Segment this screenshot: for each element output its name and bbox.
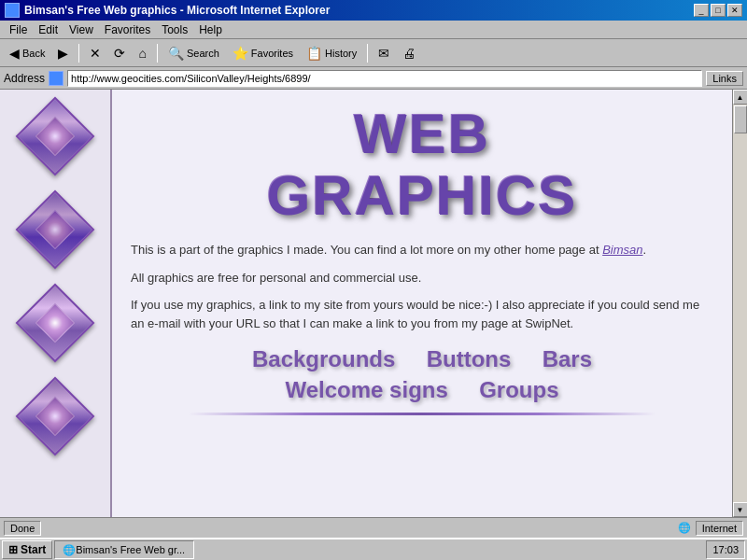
window-title: Bimsan's Free Web graphics - Microsoft I… [24, 4, 330, 17]
start-button[interactable]: ⊞ Start [2, 540, 52, 559]
diamond-3 [18, 286, 92, 360]
nav-groups[interactable]: Groups [479, 377, 558, 403]
content-area: WEB GRAPHICS This is a part of the graph… [0, 90, 747, 517]
history-icon: 📋 [306, 46, 322, 61]
separator-2 [157, 44, 158, 63]
paragraph3: If you use my graphics, a link to my sit… [131, 296, 713, 332]
paragraph2: All graphics are free for personal and c… [131, 269, 713, 287]
stop-icon: ✕ [90, 46, 101, 61]
search-icon: 🔍 [168, 46, 184, 61]
menu-bar: File Edit View Favorites Tools Help [0, 21, 747, 39]
close-button[interactable]: ✕ [727, 4, 742, 17]
scrollbar-right: ▲ ▼ [732, 90, 747, 517]
scroll-track[interactable] [733, 105, 748, 502]
clock: 17:03 [712, 544, 739, 555]
minimize-button[interactable]: _ [694, 4, 709, 17]
refresh-icon: ⟳ [114, 46, 125, 61]
diamond-1 [18, 99, 92, 174]
menu-view[interactable]: View [63, 21, 99, 38]
nav-links: Backgrounds Buttons Bars Welcome signs G… [131, 346, 713, 403]
home-icon: ⌂ [138, 46, 146, 61]
nav-buttons[interactable]: Buttons [427, 346, 512, 372]
window-controls: _ □ ✕ [694, 4, 742, 17]
favorites-icon: ⭐ [233, 46, 248, 61]
page-content: WEB GRAPHICS This is a part of the graph… [112, 90, 732, 517]
menu-tools[interactable]: Tools [156, 21, 193, 38]
address-label: Address [4, 72, 45, 85]
back-label: Back [22, 48, 45, 59]
heading-line1: WEB [131, 104, 713, 165]
links-button[interactable]: Links [706, 71, 743, 86]
toolbar: ◀ Back ▶ ✕ ⟳ ⌂ 🔍 Search ⭐ Favorites 📋 Hi… [0, 39, 747, 67]
paragraph1: This is a part of the graphics I made. Y… [131, 241, 713, 259]
scroll-up-button[interactable]: ▲ [733, 90, 748, 105]
page-icon [49, 71, 63, 86]
nav-backgrounds[interactable]: Backgrounds [252, 346, 395, 372]
stop-button[interactable]: ✕ [84, 42, 106, 64]
nav-welcome-signs[interactable]: Welcome signs [286, 377, 448, 403]
horizontal-rule [189, 413, 655, 415]
taskbar-right: 17:03 [706, 540, 745, 559]
diamond-4 [18, 379, 92, 454]
back-button[interactable]: ◀ Back [4, 42, 50, 64]
forward-icon: ▶ [58, 46, 68, 61]
paragraph1-text: This is a part of the graphics I made. Y… [131, 243, 599, 257]
refresh-button[interactable]: ⟳ [108, 42, 131, 64]
mail-icon: ✉ [378, 46, 389, 61]
taskbar: ⊞ Start 🌐 Bimsan's Free Web gr... 17:03 [0, 538, 747, 560]
forward-button[interactable]: ▶ [52, 42, 74, 64]
status-bar: Done 🌐 Internet [0, 517, 747, 538]
taskbar-ie-icon: 🌐 [63, 544, 76, 556]
print-icon: 🖨 [402, 46, 416, 61]
status-left: Done [4, 521, 41, 536]
zone-text: Internet [696, 521, 743, 536]
search-label: Search [187, 48, 219, 59]
taskbar-ie-label: Bimsan's Free Web gr... [76, 544, 185, 555]
menu-file[interactable]: File [4, 21, 33, 38]
nav-row-2: Welcome signs Groups [131, 377, 713, 403]
maximize-button[interactable]: □ [711, 4, 726, 17]
address-input[interactable] [67, 70, 702, 87]
scroll-thumb[interactable] [734, 105, 747, 133]
zone-icon: 🌐 [678, 522, 691, 534]
menu-help[interactable]: Help [193, 21, 228, 38]
heading-line2: GRAPHICS [131, 165, 713, 227]
start-icon: ⊞ [8, 543, 18, 556]
bimsan-link[interactable]: Bimsan [602, 243, 642, 257]
taskbar-ie-item[interactable]: 🌐 Bimsan's Free Web gr... [54, 540, 194, 559]
nav-row-1: Backgrounds Buttons Bars [131, 346, 713, 372]
home-button[interactable]: ⌂ [133, 42, 151, 64]
page-heading: WEB GRAPHICS [131, 104, 713, 227]
favorites-label: Favorites [251, 48, 293, 59]
ie-icon [5, 3, 20, 18]
mail-button[interactable]: ✉ [373, 42, 395, 64]
status-right: 🌐 Internet [678, 521, 743, 536]
separator-1 [78, 44, 79, 63]
sidebar [0, 90, 112, 517]
search-button[interactable]: 🔍 Search [162, 42, 225, 64]
print-button[interactable]: 🖨 [397, 42, 421, 64]
history-button[interactable]: 📋 History [301, 42, 362, 64]
menu-edit[interactable]: Edit [33, 21, 63, 38]
favorites-button[interactable]: ⭐ Favorites [227, 42, 299, 64]
status-text: Done [4, 521, 41, 536]
history-label: History [325, 48, 357, 59]
start-label: Start [21, 543, 46, 556]
browser-content: WEB GRAPHICS This is a part of the graph… [0, 90, 732, 517]
title-bar: Bimsan's Free Web graphics - Microsoft I… [0, 0, 747, 21]
paragraph1-end: . [643, 243, 647, 257]
nav-bars[interactable]: Bars [543, 346, 592, 372]
address-bar: Address Links [0, 67, 747, 90]
menu-favorites[interactable]: Favorites [99, 21, 156, 38]
back-icon: ◀ [9, 46, 20, 61]
scroll-down-button[interactable]: ▼ [733, 502, 748, 517]
separator-3 [367, 44, 368, 63]
diamond-2 [18, 192, 92, 267]
